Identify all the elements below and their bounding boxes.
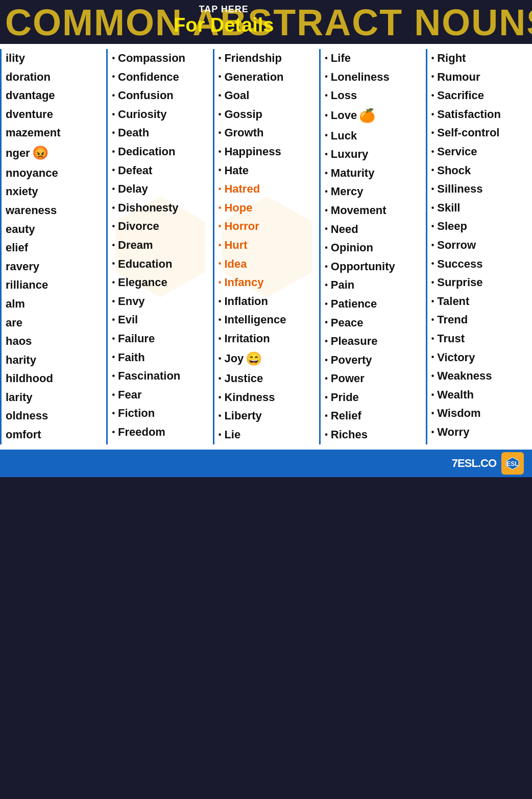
list-item: •Dishonesty [112, 199, 208, 218]
list-item: wareness [6, 201, 102, 220]
tap-overlay[interactable]: TAP HERE For Details [174, 4, 274, 36]
word-text: Elegance [118, 275, 167, 290]
word-text: Happiness [224, 145, 281, 159]
word-text: Weakness [437, 369, 492, 384]
list-item: •Death [112, 124, 208, 143]
list-item: •Pain [325, 276, 421, 295]
word-text: Confidence [118, 70, 179, 85]
list-item: nger😡 [6, 143, 102, 164]
list-item: •Victory [431, 348, 528, 367]
list-item: •Opinion [325, 239, 421, 257]
bullet-icon: • [219, 165, 222, 176]
list-item: •Trend [431, 311, 528, 330]
word-text: Goal [224, 88, 249, 103]
list-item: nxiety [6, 182, 102, 201]
list-item: •Confidence [112, 68, 208, 87]
word-text: Trend [437, 313, 468, 327]
bullet-icon: • [431, 72, 434, 82]
word-text: Pride [331, 390, 359, 405]
word-text: Trust [437, 332, 465, 346]
column-3: •Friendship•Generation•Goal•Gossip•Growt… [214, 49, 321, 444]
list-item: •Weakness [431, 367, 528, 386]
bullet-icon: • [325, 224, 328, 234]
list-item: ility [6, 49, 102, 68]
list-item: •Intelligence [219, 311, 315, 330]
column-4: •Life•Loneliness•Loss•Love🍊•Luck•Luxury•… [321, 49, 427, 444]
bullet-icon: • [431, 352, 434, 363]
word-text: Right [437, 51, 466, 66]
list-item: mazement [6, 124, 102, 143]
word-text: Dishonesty [118, 201, 179, 216]
word-text: Power [331, 371, 365, 386]
bullet-icon: • [431, 128, 434, 138]
list-item: •Right [431, 49, 528, 68]
list-item: dvantage [6, 86, 102, 105]
word-text: Loss [331, 88, 357, 103]
word-text: Life [331, 51, 351, 66]
list-item: •Divorce [112, 217, 208, 236]
word-text: Fascination [118, 369, 180, 384]
list-item: •Kindness [219, 388, 315, 407]
bullet-icon: • [325, 130, 328, 141]
list-item: •Need [325, 220, 421, 239]
word-text: Love [331, 108, 357, 123]
list-item: •Confusion [112, 86, 208, 105]
bullet-icon: • [325, 317, 328, 328]
word-text: Horror [224, 219, 259, 234]
list-item: •Justice [219, 369, 315, 388]
bullet-icon: • [112, 184, 115, 195]
logo-icon: ESL [505, 456, 520, 471]
list-item: •Lie [219, 426, 315, 444]
word-text: Defeat [118, 163, 152, 178]
list-item: •Hatred [219, 180, 315, 199]
word-text: Hurt [224, 238, 247, 253]
list-item: •Elegance [112, 273, 208, 292]
word-text: Fiction [118, 406, 155, 421]
list-item: •Defeat [112, 161, 208, 180]
bullet-icon: • [112, 277, 115, 288]
bullet-icon: • [431, 165, 434, 176]
bullet-icon: • [219, 392, 222, 403]
list-item: dventure [6, 105, 102, 124]
word-text: harity [6, 353, 36, 368]
bullet-icon: • [219, 221, 222, 232]
word-text: Self-control [437, 126, 499, 140]
list-item: •Horror [219, 217, 315, 236]
bullet-icon: • [219, 354, 222, 364]
word-text: Death [118, 126, 149, 140]
list-item: doration [6, 68, 102, 87]
word-text: Surprise [437, 275, 482, 290]
word-text: Poverty [331, 353, 372, 368]
word-text: rilliance [6, 278, 48, 293]
list-item: •Wealth [431, 386, 528, 405]
word-text: ravery [6, 260, 39, 274]
word-text: Lie [224, 428, 240, 442]
list-item: •Gossip [219, 105, 315, 124]
bullet-icon: • [112, 352, 115, 363]
word-text: Intelligence [224, 313, 286, 327]
list-item: •Hurt [219, 236, 315, 255]
word-text: Sacrifice [437, 88, 484, 103]
bullet-icon: • [219, 277, 222, 288]
word-text: Relief [331, 409, 361, 424]
bullet-icon: • [325, 355, 328, 366]
word-text: Compassion [118, 51, 185, 66]
list-item: •Dedication [112, 143, 208, 161]
bullet-icon: • [219, 373, 222, 384]
word-text: Shock [437, 163, 471, 178]
bullet-icon: • [325, 72, 328, 82]
column-2: •Compassion•Confidence•Confusion•Curiosi… [108, 49, 214, 444]
list-item: •Skill [431, 199, 528, 218]
word-text: Satisfaction [437, 107, 501, 122]
tap-small-text: TAP HERE [174, 4, 274, 15]
list-item: •Peace [325, 314, 421, 333]
list-item: •Joy😄 [219, 348, 315, 370]
bullet-icon: • [431, 53, 434, 64]
list-item: •Wisdom [431, 404, 528, 423]
list-item: hildhood [6, 369, 102, 388]
bullet-icon: • [431, 147, 434, 157]
header: COMMON ABSTRACT NOUNS TAP HERE For Detai… [0, 0, 532, 44]
bullet-icon: • [325, 186, 328, 197]
word-text: Need [331, 222, 358, 237]
word-text: ility [6, 51, 25, 66]
